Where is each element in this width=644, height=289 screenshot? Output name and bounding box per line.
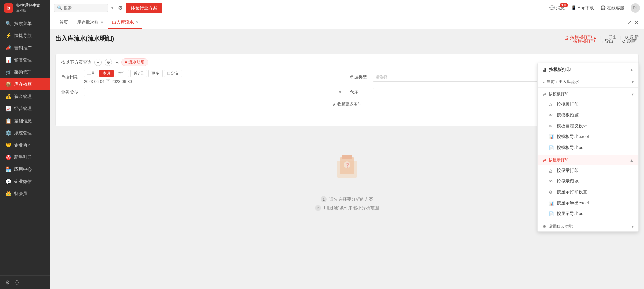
empty-step-1: 1 请先选择要分析的方案 <box>321 196 373 202</box>
date-separator: 至 <box>106 79 110 84</box>
filter-collapse-button[interactable]: « <box>116 60 119 65</box>
sidebar-logo: b 畅捷通好生意 标准版 <box>0 0 50 16</box>
message-button[interactable]: 💬 消息 99+ <box>549 5 565 11</box>
tab-batch[interactable]: 库存批次账 × <box>73 16 107 29</box>
sidebar-item-quicknav[interactable]: ⚡ 快捷导航 <box>0 30 50 42</box>
dp-display-excel[interactable]: 📊 按显示导出excel <box>538 198 638 208</box>
tab-batch-close[interactable]: × <box>101 20 103 25</box>
topbar-search-box[interactable]: 🔍 <box>54 4 108 12</box>
date-btn-7days[interactable]: 近7天 <box>130 70 147 77</box>
sidebar-nav: 🔍 搜索菜单 ⚡ 快捷导航 📣 营销推广 📊 销售管理 🛒 采购管理 📦 库存核… <box>0 16 50 275</box>
dp-display-pdf-label: 按显示导出pdf <box>557 211 585 217</box>
date-range: 2023-06-01 至 2023-06-30 <box>84 79 182 84</box>
sidebar-collapse-icon[interactable]: ⟨⟩ <box>15 279 19 286</box>
app-logo-icon: b <box>4 3 13 13</box>
empty-illustration: ❓ <box>330 151 364 191</box>
logo-text: 畅捷通好生意 标准版 <box>16 3 40 13</box>
tab-home-label: 首页 <box>59 19 68 25</box>
print-template-button[interactable]: 🖨 按模板打印 ▲ <box>564 34 597 41</box>
export-button-2[interactable]: ↑ 导出 <box>605 34 617 41</box>
sidebar-item-search[interactable]: 🔍 搜索菜单 <box>0 18 50 30</box>
user-avatar[interactable]: Rit <box>631 3 640 13</box>
dp-current-section: ▸ 当前：出入库流水 ▾ <box>538 76 638 87</box>
marketing-icon: 📣 <box>5 45 11 51</box>
refresh-button-2[interactable]: ↺ 刷新 <box>625 34 639 41</box>
dp-template-print-label: 按模板打印 <box>557 101 579 107</box>
dp-template-preview[interactable]: 👁 按模板预览 <box>538 110 638 121</box>
print-icon: 🖨 <box>564 35 569 40</box>
sidebar-item-sales[interactable]: 📊 销售管理 <box>0 54 50 66</box>
tab-flow[interactable]: 出入库流水 × <box>108 16 142 29</box>
inventory-icon: 📦 <box>5 81 11 87</box>
sidebar-item-finance[interactable]: 💰 资金管理 <box>0 90 50 103</box>
collapse-icon: ∧ <box>333 102 336 107</box>
sidebar-item-wechat[interactable]: 💬 企业微信 <box>0 176 50 188</box>
sidebar-item-collab[interactable]: 🤝 企业协同 <box>0 139 50 151</box>
tab-restore-button[interactable]: ⤢ <box>627 19 632 26</box>
sidebar-item-label: 库存核算 <box>14 81 32 87</box>
dp-template-design[interactable]: ✏ 模板自定义设计 <box>538 121 638 131</box>
sidebar-item-system[interactable]: ⚙️ 系统管理 <box>0 127 50 139</box>
dp-display-arrow[interactable]: ▲ <box>630 158 634 163</box>
dp-default-section[interactable]: ⚙ 设置默认功能 ▾ <box>538 221 638 231</box>
date-btn-this-month[interactable]: 本月 <box>99 70 114 77</box>
dp-title-text: 按模板打印 <box>549 67 571 73</box>
dp-close-arrow[interactable]: ▲ <box>629 67 634 72</box>
date-btn-more[interactable]: 更多 <box>148 70 163 77</box>
sidebar-item-basic[interactable]: 📋 基础信息 <box>0 115 50 127</box>
sidebar-item-operation[interactable]: 📈 经营管理 <box>0 103 50 115</box>
sidebar-item-members[interactable]: 👑 畅会员 <box>0 188 50 200</box>
sidebar-item-inventory[interactable]: 📦 库存核算 <box>0 78 50 90</box>
app-download-button[interactable]: 📱 App下载 <box>571 5 594 11</box>
dp-display-settings[interactable]: ⚙ 按显示打印设置 <box>538 187 638 198</box>
dp-template-pdf-label: 按模板导出pdf <box>557 144 585 151</box>
dp-template-section-header[interactable]: 🖨 按模板打印 ▾ <box>538 88 638 99</box>
dp-display-section-header[interactable]: 🖨 按显示打印 ▲ <box>538 155 638 165</box>
message-icon: 💬 <box>549 5 555 10</box>
display-section-icon: 🖨 <box>543 158 547 163</box>
svg-text:❓: ❓ <box>345 163 350 168</box>
step2-num: 2 <box>315 205 321 211</box>
dp-template-excel-label: 按模板导出excel <box>557 134 589 140</box>
date-btn-last-month[interactable]: 上月 <box>84 70 98 77</box>
sidebar-item-purchase[interactable]: 🛒 采购管理 <box>0 66 50 78</box>
tab-flow-close[interactable]: × <box>136 20 138 25</box>
date-btn-custom[interactable]: 自定义 <box>164 70 182 77</box>
sidebar-item-guide[interactable]: 🎯 新手引导 <box>0 151 50 163</box>
dp-template-excel[interactable]: 📊 按模板导出excel <box>538 131 638 142</box>
online-service-button[interactable]: 🎧 在线客服 <box>600 5 624 11</box>
sidebar-item-marketing[interactable]: 📣 营销推广 <box>0 42 50 54</box>
filter-tag[interactable]: 流水明细 <box>121 58 148 66</box>
dp-template-print[interactable]: 🖨 按模板打印 <box>538 99 638 110</box>
topbar-gear-icon[interactable]: ⚙ <box>118 5 123 11</box>
dp-default-arrow[interactable]: ▾ <box>632 224 634 229</box>
date-btn-this-year[interactable]: 本年 <box>115 70 129 77</box>
business-type-select[interactable]: ▾ <box>84 88 344 96</box>
filter-label: 按以下方案查询 <box>61 59 92 65</box>
tab-home[interactable]: 首页 <box>55 16 72 29</box>
dp-default-text: 设置默认功能 <box>548 224 573 229</box>
print-item-icon: 🖨 <box>549 102 554 107</box>
sidebar-item-label: 营销推广 <box>14 45 32 51</box>
filter-add-button[interactable]: + <box>94 59 102 66</box>
tab-close-all-button[interactable]: ✕ <box>634 19 639 26</box>
industry-solution-button[interactable]: 体验行业方案 <box>126 3 162 13</box>
sidebar-settings-icon[interactable]: ⚙ <box>5 279 10 286</box>
dp-display-preview[interactable]: 👁 按显示预览 <box>538 176 638 187</box>
step1-num: 1 <box>321 196 327 202</box>
dp-display-pdf[interactable]: 📄 按显示导出pdf <box>538 208 638 219</box>
search-chevron-icon[interactable]: ▾ <box>111 6 113 10</box>
dp-display-print[interactable]: 🖨 按显示打印 <box>538 165 638 176</box>
print-chevron-icon: ▲ <box>593 36 597 40</box>
filter-settings-button[interactable]: ⚙ <box>105 59 112 66</box>
dp-template-pdf[interactable]: 📄 按模板导出pdf <box>538 142 638 153</box>
refresh2-label: 刷新 <box>630 34 639 41</box>
sales-icon: 📊 <box>5 57 11 63</box>
sidebar-item-apps[interactable]: 🏪 应用中心 <box>0 163 50 176</box>
sidebar-bottom: ⚙ ⟨⟩ <box>0 275 50 289</box>
dp-template-arrow[interactable]: ▾ <box>632 92 634 97</box>
sidebar-item-label: 应用中心 <box>14 166 32 173</box>
dp-current-arrow[interactable]: ▾ <box>632 80 634 84</box>
message-badge: 99+ <box>560 3 568 7</box>
search-input[interactable] <box>64 6 105 10</box>
